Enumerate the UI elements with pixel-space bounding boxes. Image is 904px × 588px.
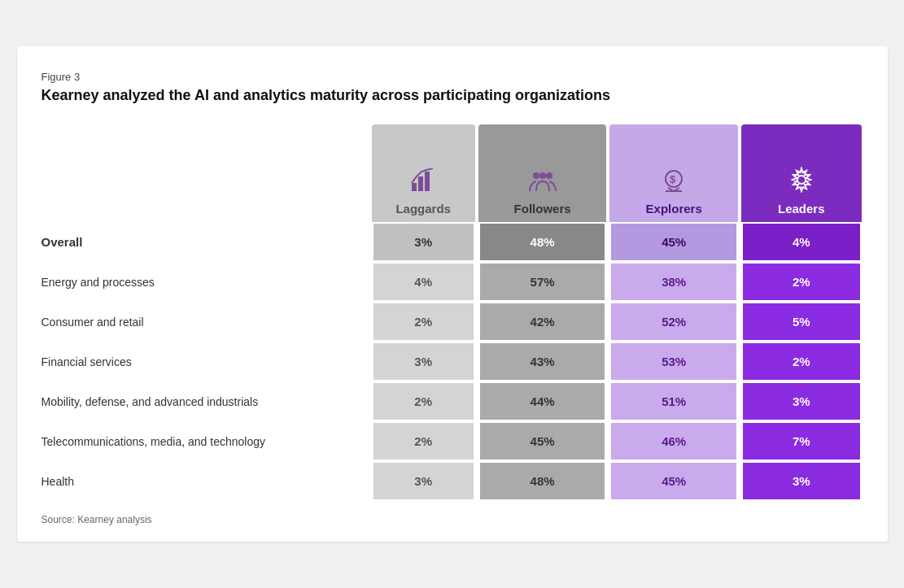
leaders-label: Leaders	[778, 202, 825, 216]
table-row: Mobility, defense, and advanced industri…	[41, 381, 863, 421]
table-container: Laggards	[41, 124, 863, 501]
svg-text:$: $	[670, 173, 676, 185]
svg-point-4	[546, 172, 552, 179]
table-row: Overall3%48%45%4%	[41, 222, 863, 262]
value-leaders: 4%	[743, 224, 860, 260]
value-laggards: 3%	[373, 224, 474, 260]
source-text: Source: Kearney analysis	[41, 514, 863, 525]
cell-leaders: 3%	[740, 461, 863, 501]
table-row: Telecommunications, media, and technolog…	[41, 421, 863, 461]
cell-laggards: 2%	[370, 421, 477, 461]
value-followers: 48%	[480, 224, 605, 260]
value-laggards: 4%	[373, 264, 474, 300]
cell-leaders: 7%	[740, 421, 863, 461]
th-explorers: $ Explorers	[608, 124, 740, 222]
cell-laggards: 3%	[370, 222, 477, 262]
followers-label: Followers	[514, 202, 571, 216]
row-label: Energy and processes	[41, 262, 370, 302]
table-row: Health3%48%45%3%	[41, 461, 863, 501]
row-label: Financial services	[41, 342, 370, 381]
row-label: Health	[41, 461, 370, 501]
svg-point-3	[533, 172, 539, 179]
value-followers: 42%	[480, 303, 605, 340]
value-leaders: 3%	[743, 383, 860, 420]
row-label: Telecommunications, media, and technolog…	[41, 421, 370, 461]
value-explorers: 53%	[611, 343, 736, 380]
cell-followers: 42%	[477, 302, 609, 342]
row-label: Consumer and retail	[41, 302, 370, 342]
cell-leaders: 5%	[740, 302, 863, 342]
row-label: Overall	[41, 222, 370, 262]
explorers-icon: $	[662, 168, 686, 198]
value-explorers: 52%	[611, 303, 736, 340]
cell-laggards: 3%	[370, 342, 477, 381]
laggards-icon	[410, 168, 436, 198]
cell-explorers: 52%	[608, 302, 740, 342]
cell-leaders: 2%	[740, 342, 863, 381]
th-leaders: Leaders	[740, 124, 863, 222]
cell-followers: 48%	[477, 461, 609, 501]
th-followers: Followers	[477, 124, 609, 222]
main-card: Figure 3 Kearney analyzed the AI and ana…	[17, 46, 888, 542]
value-leaders: 2%	[743, 343, 860, 380]
cell-leaders: 3%	[740, 381, 863, 421]
table-row: Consumer and retail2%42%52%5%	[41, 302, 863, 342]
table-row: Energy and processes4%57%38%2%	[41, 262, 863, 302]
value-explorers: 45%	[611, 463, 736, 499]
svg-point-9	[797, 176, 806, 184]
value-laggards: 2%	[373, 303, 474, 340]
laggards-label: Laggards	[395, 202, 451, 216]
value-leaders: 5%	[743, 303, 860, 340]
cell-followers: 43%	[477, 342, 609, 381]
cell-laggards: 2%	[370, 381, 477, 421]
cell-followers: 44%	[477, 381, 609, 421]
value-explorers: 46%	[611, 423, 736, 460]
explorers-label: Explorers	[646, 202, 702, 216]
cell-followers: 57%	[477, 262, 609, 302]
cell-laggards: 4%	[370, 262, 477, 302]
value-followers: 44%	[480, 383, 605, 420]
value-followers: 48%	[480, 463, 605, 499]
cell-laggards: 3%	[370, 461, 477, 501]
cell-explorers: 53%	[608, 342, 740, 381]
cell-leaders: 4%	[740, 222, 863, 262]
cell-explorers: 38%	[608, 262, 740, 302]
chart-title: Kearney analyzed the AI and analytics ma…	[41, 86, 863, 105]
value-leaders: 7%	[743, 423, 860, 460]
svg-point-5	[539, 172, 546, 179]
value-followers: 45%	[480, 423, 605, 460]
cell-followers: 45%	[477, 421, 609, 461]
value-laggards: 2%	[373, 423, 474, 460]
value-explorers: 38%	[611, 264, 736, 300]
value-explorers: 51%	[611, 383, 736, 420]
followers-icon	[528, 170, 557, 198]
svg-rect-1	[418, 176, 423, 191]
svg-rect-0	[412, 183, 417, 191]
cell-explorers: 45%	[608, 461, 740, 501]
figure-label: Figure 3	[41, 71, 863, 83]
cell-explorers: 45%	[608, 222, 740, 262]
value-laggards: 3%	[373, 463, 474, 499]
cell-followers: 48%	[477, 222, 609, 262]
value-followers: 57%	[480, 264, 605, 300]
value-leaders: 3%	[743, 463, 860, 499]
value-laggards: 3%	[373, 343, 474, 380]
cell-laggards: 2%	[370, 302, 477, 342]
th-label-empty	[41, 124, 370, 222]
value-explorers: 45%	[611, 224, 736, 260]
maturity-table: Laggards	[41, 124, 863, 501]
table-row: Financial services3%43%53%2%	[41, 342, 863, 381]
svg-rect-2	[425, 172, 430, 191]
value-followers: 43%	[480, 343, 605, 380]
leaders-icon	[788, 167, 814, 198]
cell-explorers: 51%	[608, 381, 740, 421]
cell-explorers: 46%	[608, 421, 740, 461]
value-leaders: 2%	[743, 264, 860, 300]
th-laggards: Laggards	[370, 124, 477, 222]
cell-leaders: 2%	[740, 262, 863, 302]
row-label: Mobility, defense, and advanced industri…	[41, 381, 370, 421]
value-laggards: 2%	[373, 383, 474, 420]
